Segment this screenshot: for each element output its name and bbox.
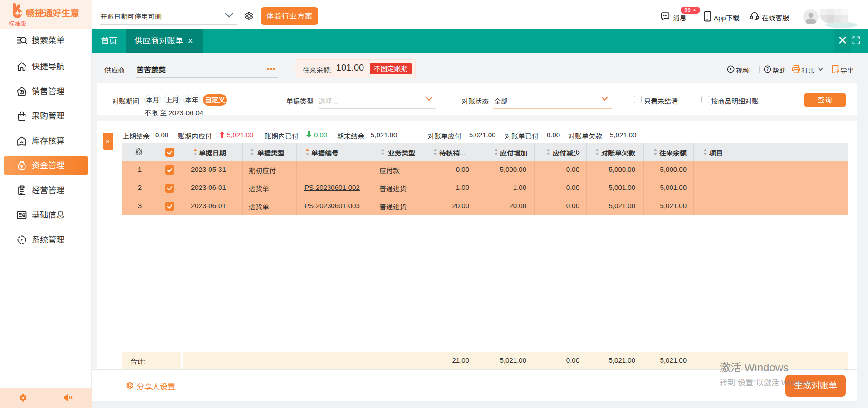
svg-text:?: ? <box>766 67 769 72</box>
